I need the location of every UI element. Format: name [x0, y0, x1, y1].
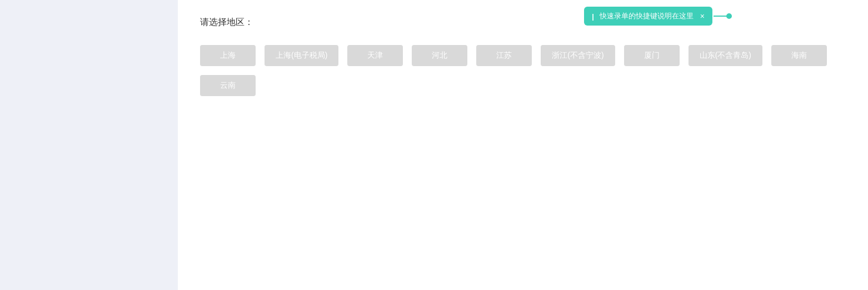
region-button-tianjin[interactable]: 天津	[347, 45, 403, 66]
tooltip-close-button[interactable]: ×	[700, 12, 705, 21]
region-button-hainan[interactable]: 海南	[771, 45, 827, 66]
region-button-xiamen[interactable]: 厦门	[624, 45, 680, 66]
region-button-shanghai-etax[interactable]: 上海(电子税局)	[265, 45, 338, 66]
region-button-shanghai[interactable]: 上海	[200, 45, 256, 66]
main-content: 请选择地区： 上海上海(电子税局)天津河北江苏浙江(不含宁波)厦门山东(不含青岛…	[178, 0, 868, 290]
region-button-zhejiang[interactable]: 浙江(不含宁波)	[541, 45, 615, 66]
region-button-hebei[interactable]: 河北	[412, 45, 467, 66]
page-title: 请选择地区：	[200, 17, 846, 28]
tooltip-text: 快速录单的快捷键说明在这里	[600, 11, 694, 21]
region-button-shandong[interactable]: 山东(不含青岛)	[689, 45, 762, 66]
region-button-yunnan[interactable]: 云南	[200, 75, 256, 96]
region-button-jiangsu[interactable]: 江苏	[476, 45, 532, 66]
sidebar	[0, 0, 178, 290]
region-buttons: 上海上海(电子税局)天津河北江苏浙江(不含宁波)厦门山东(不含青岛)海南云南	[200, 45, 846, 96]
tooltip-badge: 快速录单的快捷键说明在这里 ×	[584, 7, 712, 26]
tooltip-connector-dot	[726, 13, 732, 19]
